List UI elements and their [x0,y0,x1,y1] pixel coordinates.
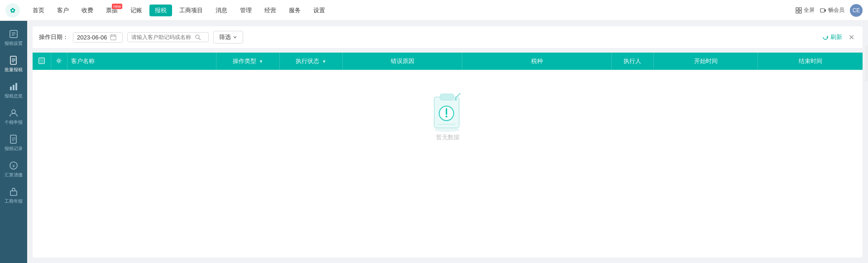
select-all-checkbox[interactable] [38,58,45,64]
table-header-row: 客户名称 操作类型 ▼ 执行状态 ▼ 错误原因 [33,53,863,70]
sidebar-item-tax-overview[interactable]: 报税总览 [0,77,27,103]
svg-text:¥: ¥ [12,164,15,168]
sidebar-item-annual-report[interactable]: 工商年报 [0,182,27,209]
table-body: 暂无数据 [33,70,863,160]
search-box[interactable] [127,32,209,42]
fullscreen-icon [796,7,802,14]
svg-rect-4 [796,11,798,13]
svg-point-18 [12,110,15,113]
settlement-icon: ¥ [9,161,19,170]
video-icon [820,7,826,14]
empty-state-cell: 暂无数据 [33,70,863,160]
empty-state: 暂无数据 [33,70,863,160]
data-table: 客户名称 操作类型 ▼ 执行状态 ▼ 错误原因 [33,53,863,160]
sidebar-item-batch-tax[interactable]: 批量报税 [0,51,27,77]
date-value: 2023-06-06 [77,34,107,41]
th-settings[interactable] [51,53,67,70]
svg-point-41 [434,127,460,132]
nav-item-tax[interactable]: 报税 [149,5,172,16]
nav-item-economy[interactable]: 经营 [259,5,282,16]
svg-rect-17 [15,83,17,90]
filter-label: 筛选 [219,33,231,41]
fullscreen-label: 全屏 [804,6,815,14]
svg-rect-3 [799,8,801,10]
th-executor: 执行人 [612,53,653,70]
nav-items-list: 首页 客户 收费 票据 new 记账 报税 工商项目 消息 管理 经营 服务 设… [27,5,796,16]
toolbar: 操作日期： 2023-06-06 筛选 [33,26,863,48]
annual-report-icon [9,187,19,197]
personal-tax-icon [9,108,19,118]
chevron-down-icon [233,35,237,39]
nav-item-collection[interactable]: 收费 [76,5,99,16]
svg-rect-26 [110,35,116,40]
nav-right-section: 全屏 畅会员 CE [796,4,863,17]
svg-point-30 [196,35,199,39]
svg-rect-34 [440,94,454,100]
search-icon [195,34,201,40]
th-exec-status: 执行状态 ▼ [279,53,342,70]
fullscreen-button[interactable]: 全屏 [796,6,815,14]
op-type-filter-icon[interactable]: ▼ [259,59,264,64]
svg-rect-2 [796,8,798,10]
sidebar-item-personal-tax[interactable]: 个税申报 [0,103,27,130]
th-customer-name: 客户名称 [67,53,216,70]
nav-item-invoice[interactable]: 票据 new [101,5,123,16]
table-container: 客户名称 操作类型 ▼ 执行状态 ▼ 错误原因 [33,53,863,258]
empty-text: 暂无数据 [436,133,460,141]
refresh-icon [822,34,829,40]
th-op-type: 操作类型 ▼ [216,53,279,70]
nav-item-manage[interactable]: 管理 [235,5,257,16]
filter-button[interactable]: 筛选 [213,31,243,44]
nav-item-message[interactable]: 消息 [210,5,233,16]
refresh-label: 刷新 [830,33,842,41]
settings-icon [56,58,62,64]
svg-line-31 [199,38,201,40]
app-logo[interactable]: ✿ [5,3,20,18]
nav-item-business[interactable]: 工商项目 [174,5,208,16]
date-picker[interactable]: 2023-06-06 [73,32,123,43]
date-label: 操作日期： [39,33,68,41]
batch-tax-icon [9,55,19,65]
sidebar-item-settlement[interactable]: ¥ 汇算清缴 [0,156,27,182]
tax-settings-icon [9,29,19,39]
empty-row: 暂无数据 [33,70,863,160]
user-avatar[interactable]: CE [850,4,863,17]
tax-record-icon [9,134,19,144]
content-area: 操作日期： 2023-06-06 筛选 [27,21,868,263]
calendar-icon [110,34,116,40]
th-checkbox[interactable] [33,53,51,70]
top-navigation: ✿ 首页 客户 收费 票据 new 记账 报税 工商项目 消息 管理 经营 服务… [0,0,868,21]
main-layout: 报税设置 批量报税 报税总览 [0,21,868,263]
th-tax-type: 税种 [462,53,612,70]
refresh-button[interactable]: 刷新 [822,33,842,41]
search-input[interactable] [131,34,195,40]
svg-point-37 [446,116,447,117]
nav-item-home[interactable]: 首页 [27,5,50,16]
empty-illustration [427,88,468,133]
new-badge: new [112,4,122,10]
svg-rect-6 [820,9,825,12]
nav-item-settings[interactable]: 设置 [308,5,331,16]
th-end-time: 结束时间 [758,53,863,70]
nav-item-customer[interactable]: 客户 [52,5,74,16]
nav-item-accounting[interactable]: 记账 [125,5,148,16]
member-label: 畅会员 [828,6,844,14]
th-start-time: 开始时间 [653,53,758,70]
svg-point-32 [58,59,60,62]
nav-item-service[interactable]: 服务 [283,5,306,16]
sidebar-item-tax-record[interactable]: 报税记录 [0,130,27,156]
svg-rect-15 [10,87,12,90]
svg-text:✿: ✿ [10,7,15,14]
sidebar: 报税设置 批量报税 报税总览 [0,21,27,263]
svg-rect-5 [799,11,801,13]
tax-overview-icon [9,82,19,92]
member-button[interactable]: 畅会员 [820,6,844,14]
svg-rect-16 [13,85,14,90]
close-button[interactable]: ✕ [847,33,856,42]
svg-rect-25 [10,191,17,195]
exec-status-filter-icon[interactable]: ▼ [322,59,326,64]
sidebar-item-tax-settings[interactable]: 报税设置 [0,24,27,51]
th-error-reason: 错误原因 [343,53,462,70]
